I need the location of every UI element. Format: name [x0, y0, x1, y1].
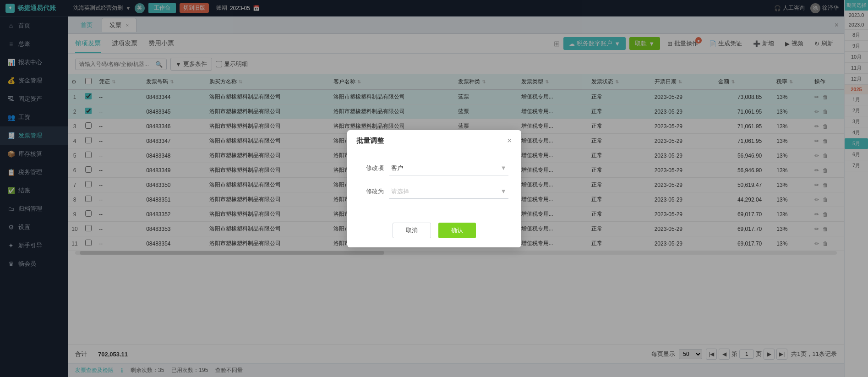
modal-close-btn[interactable]: × — [507, 137, 512, 145]
modify-item-row: 修改项 客户 ▼ — [360, 161, 508, 175]
confirm-button[interactable]: 确认 — [438, 223, 476, 238]
batch-adjust-modal: 批量调整 × 修改项 客户 ▼ 修改为 请选择 ▼ 取消 确认 — [347, 130, 521, 247]
modify-item-label: 修改项 — [360, 164, 384, 172]
modify-to-row: 修改为 请选择 ▼ — [360, 185, 508, 199]
cancel-button[interactable]: 取消 — [393, 223, 431, 238]
modify-to-select[interactable]: 请选择 ▼ — [389, 185, 508, 199]
dropdown-chevron2: ▼ — [501, 188, 507, 195]
modal-footer: 取消 确认 — [347, 219, 521, 247]
modify-to-label: 修改为 — [360, 187, 384, 196]
modal-header: 批量调整 × — [347, 130, 521, 150]
modal-overlay[interactable]: 批量调整 × 修改项 客户 ▼ 修改为 请选择 ▼ 取消 确认 — [0, 0, 868, 377]
modify-to-placeholder: 请选择 — [391, 187, 409, 196]
modify-item-value: 客户 — [391, 164, 403, 172]
modal-body: 修改项 客户 ▼ 修改为 请选择 ▼ — [347, 150, 521, 219]
dropdown-chevron: ▼ — [501, 164, 507, 171]
modal-title: 批量调整 — [356, 137, 384, 145]
modify-item-select[interactable]: 客户 ▼ — [389, 161, 508, 175]
